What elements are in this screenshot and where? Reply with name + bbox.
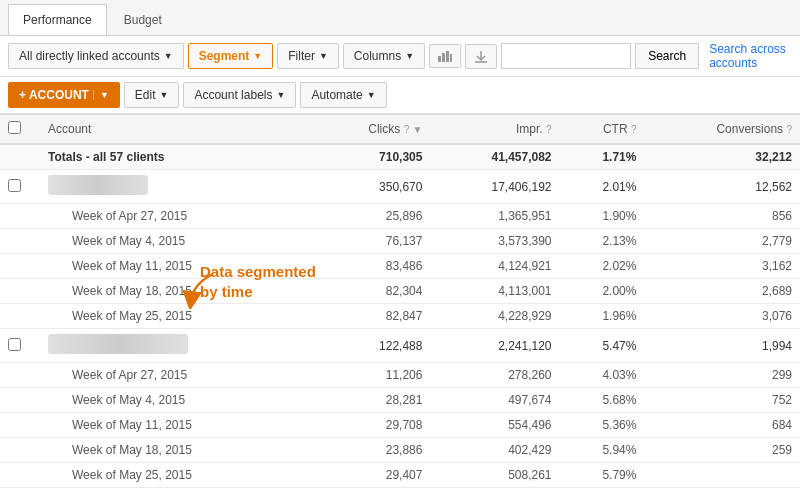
- week-row: Week of May 18, 2015 82,304 4,113,001 2.…: [0, 279, 800, 304]
- clicks-sort-icon[interactable]: ▼: [413, 124, 423, 135]
- clicks-help-icon[interactable]: ?: [404, 124, 410, 135]
- chart-icon: [438, 50, 452, 62]
- data-table: Account Clicks ? ▼ Impr. ? CTR ? Convers…: [0, 114, 800, 488]
- week-impr: 278,260: [430, 363, 559, 388]
- caret-icon: ▼: [253, 51, 262, 61]
- conversions-help-icon[interactable]: ?: [786, 124, 792, 135]
- account-clicks: 350,670: [311, 170, 430, 204]
- week-conversions: 2,689: [644, 279, 800, 304]
- week-clicks: 29,407: [311, 463, 430, 488]
- week-clicks: 11,206: [311, 363, 430, 388]
- week-conversions: 299: [644, 363, 800, 388]
- row-checkbox[interactable]: [8, 338, 21, 351]
- columns-dropdown-btn[interactable]: Columns ▼: [343, 43, 425, 69]
- account-clicks: 122,488: [311, 329, 430, 363]
- week-clicks: 23,886: [311, 438, 430, 463]
- download-icon: [474, 50, 488, 63]
- search-across-link[interactable]: Search across accounts: [709, 42, 792, 70]
- account-ctr: 2.01%: [560, 170, 645, 204]
- week-ctr: 4.03%: [560, 363, 645, 388]
- account-labels-dropdown-btn[interactable]: Account labels ▼: [183, 82, 296, 108]
- week-label: Week of May 25, 2015: [40, 304, 311, 329]
- week-row: Week of May 11, 2015 29,708 554,496 5.36…: [0, 413, 800, 438]
- week-conversions: 2,779: [644, 229, 800, 254]
- week-impr: 4,124,921: [430, 254, 559, 279]
- totals-ctr: 1.71%: [560, 144, 645, 170]
- week-row: Week of May 4, 2015 28,281 497,674 5.68%…: [0, 388, 800, 413]
- automate-dropdown-btn[interactable]: Automate ▼: [300, 82, 386, 108]
- week-checkbox-cell: [0, 363, 40, 388]
- impr-col-header: Impr. ?: [430, 115, 559, 145]
- blurred-account-name: [48, 175, 148, 195]
- search-input[interactable]: [501, 43, 631, 69]
- table-header-row: Account Clicks ? ▼ Impr. ? CTR ? Convers…: [0, 115, 800, 145]
- account-col-header: Account: [40, 115, 311, 145]
- tab-budget[interactable]: Budget: [109, 4, 177, 35]
- week-impr: 3,573,390: [430, 229, 559, 254]
- totals-impr: 41,457,082: [430, 144, 559, 170]
- week-label: Week of May 4, 2015: [40, 229, 311, 254]
- caret-icon: ▼: [93, 90, 109, 100]
- week-checkbox-cell: [0, 304, 40, 329]
- account-name-cell: [40, 329, 311, 363]
- week-conversions: 856: [644, 204, 800, 229]
- svg-rect-1: [442, 53, 445, 62]
- week-label: Week of Apr 27, 2015: [40, 363, 311, 388]
- week-impr: 1,365,951: [430, 204, 559, 229]
- week-row: Week of May 25, 2015 82,847 4,228,929 1.…: [0, 304, 800, 329]
- week-clicks: 83,486: [311, 254, 430, 279]
- segment-dropdown-btn[interactable]: Segment ▼: [188, 43, 274, 69]
- week-clicks: 25,896: [311, 204, 430, 229]
- week-ctr: 5.68%: [560, 388, 645, 413]
- edit-dropdown-btn[interactable]: Edit ▼: [124, 82, 180, 108]
- svg-rect-2: [446, 51, 449, 62]
- add-account-btn[interactable]: + ACCOUNT ▼: [8, 82, 120, 108]
- week-ctr: 2.02%: [560, 254, 645, 279]
- week-clicks: 76,137: [311, 229, 430, 254]
- week-conversions: 684: [644, 413, 800, 438]
- select-all-header: [0, 115, 40, 145]
- chart-icon-btn[interactable]: [429, 44, 461, 68]
- account-ctr: 5.47%: [560, 329, 645, 363]
- week-ctr: 5.94%: [560, 438, 645, 463]
- week-row: Week of May 4, 2015 76,137 3,573,390 2.1…: [0, 229, 800, 254]
- week-clicks: 29,708: [311, 413, 430, 438]
- row-checkbox[interactable]: [8, 179, 21, 192]
- week-impr: 4,228,929: [430, 304, 559, 329]
- week-checkbox-cell: [0, 204, 40, 229]
- download-icon-btn[interactable]: [465, 44, 497, 69]
- account-conversions: 1,994: [644, 329, 800, 363]
- week-impr: 402,429: [430, 438, 559, 463]
- week-checkbox-cell: [0, 254, 40, 279]
- week-ctr: 5.36%: [560, 413, 645, 438]
- impr-help-icon[interactable]: ?: [546, 124, 552, 135]
- account-impr: 2,241,120: [430, 329, 559, 363]
- week-conversions: 752: [644, 388, 800, 413]
- week-row: Week of May 25, 2015 29,407 508,261 5.79…: [0, 463, 800, 488]
- week-clicks: 82,304: [311, 279, 430, 304]
- accounts-dropdown-btn[interactable]: All directly linked accounts ▼: [8, 43, 184, 69]
- week-label: Week of May 11, 2015: [40, 413, 311, 438]
- account-impr: 17,406,192: [430, 170, 559, 204]
- totals-label: Totals - all 57 clients: [40, 144, 311, 170]
- caret-icon: ▼: [319, 51, 328, 61]
- week-clicks: 82,847: [311, 304, 430, 329]
- tab-performance[interactable]: Performance: [8, 4, 107, 35]
- week-ctr: 2.13%: [560, 229, 645, 254]
- caret-icon: ▼: [276, 90, 285, 100]
- week-row: Week of Apr 27, 2015 11,206 278,260 4.03…: [0, 363, 800, 388]
- week-impr: 497,674: [430, 388, 559, 413]
- filter-dropdown-btn[interactable]: Filter ▼: [277, 43, 339, 69]
- week-label: Week of May 18, 2015: [40, 438, 311, 463]
- week-checkbox-cell: [0, 388, 40, 413]
- search-button[interactable]: Search: [635, 43, 699, 69]
- week-ctr: 2.00%: [560, 279, 645, 304]
- conversions-col-header: Conversions ?: [644, 115, 800, 145]
- table-wrapper: Data segmentedby time Account Clicks ? ▼: [0, 114, 800, 488]
- select-all-checkbox[interactable]: [8, 121, 21, 134]
- totals-conversions: 32,212: [644, 144, 800, 170]
- ctr-help-icon[interactable]: ?: [631, 124, 637, 135]
- account-row: 350,670 17,406,192 2.01% 12,562: [0, 170, 800, 204]
- account-conversions: 12,562: [644, 170, 800, 204]
- week-checkbox-cell: [0, 229, 40, 254]
